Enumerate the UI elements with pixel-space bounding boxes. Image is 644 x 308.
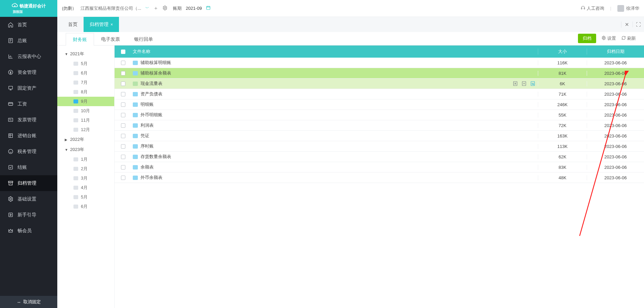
svg-point-11: [164, 7, 166, 8]
file-name: 资产负债表: [141, 91, 162, 97]
table-row[interactable]: 凭证163K2023-06-06: [115, 131, 644, 141]
file-date: 2023-06-06: [587, 123, 644, 128]
excel-download-icon[interactable]: [512, 81, 518, 87]
sidebar-item-vip[interactable]: 畅会员: [0, 223, 57, 239]
table-row[interactable]: 外币余额表48K2023-06-06: [115, 173, 644, 183]
table-row[interactable]: 辅助核算余额表81K2023-06-06: [115, 68, 644, 79]
tab-归档管理[interactable]: 归档管理×: [84, 17, 119, 32]
tree-month[interactable]: 8月: [57, 87, 114, 97]
table-row[interactable]: 外币明细账55K2023-06-06: [115, 110, 644, 120]
archive-button[interactable]: 归档: [578, 34, 596, 43]
sidebar-item-asset[interactable]: 固定资产: [0, 80, 57, 96]
tab-首页[interactable]: 首页: [62, 17, 84, 32]
tree-month[interactable]: 3月: [57, 174, 114, 183]
chevron-down-icon[interactable]: ﹀: [145, 5, 149, 11]
sidebar-item-inventory[interactable]: 进销台账: [0, 128, 57, 144]
table-header: 文件名称 大小 归档日期: [115, 45, 644, 58]
tree-year[interactable]: ▼2021年: [57, 49, 114, 59]
chevron-right-icon: ▶: [65, 138, 68, 142]
subtab-财务账[interactable]: 财务账: [66, 33, 94, 45]
page-tabs: 首页归档管理× ✕ ⛶: [57, 17, 644, 32]
tree-month[interactable]: 1月: [57, 155, 114, 164]
sidebar-item-label: 税务管理: [18, 149, 36, 155]
row-checkbox[interactable]: [121, 102, 125, 107]
vip-icon: [7, 228, 13, 234]
file-date: 2023-06-06: [587, 175, 644, 180]
sidebar-item-label: 首页: [18, 22, 27, 28]
money-icon: [7, 69, 13, 75]
table-row[interactable]: 存货数量余额表62K2023-06-06: [115, 152, 644, 162]
sidebar-item-guide[interactable]: 新手引导: [0, 207, 57, 223]
row-checkbox[interactable]: [121, 71, 125, 75]
folder-icon: [133, 123, 138, 128]
col-date: 归档日期: [587, 49, 644, 55]
close-icon: [7, 164, 13, 171]
svg-rect-0: [8, 38, 12, 43]
refresh-link[interactable]: 刷新: [621, 35, 636, 41]
row-checkbox[interactable]: [121, 92, 125, 96]
tree-month[interactable]: 7月: [57, 78, 114, 87]
row-checkbox[interactable]: [121, 113, 125, 117]
folder-icon: [133, 113, 138, 117]
table-row[interactable]: 利润表72K2023-06-06: [115, 120, 644, 131]
table-row[interactable]: 现金流量表6K2023-06-06: [115, 79, 644, 89]
select-all-checkbox[interactable]: [121, 50, 125, 54]
row-checkbox[interactable]: [121, 82, 125, 86]
row-checkbox[interactable]: [121, 144, 125, 149]
tree-month[interactable]: 11月: [57, 116, 114, 125]
tree-month[interactable]: 6月: [57, 68, 114, 78]
user-menu[interactable]: 徐泽华: [617, 5, 639, 12]
tree-month[interactable]: 12月: [57, 125, 114, 134]
sidebar-item-money[interactable]: 资金管理: [0, 64, 57, 80]
close-icon[interactable]: ×: [111, 22, 113, 27]
row-checkbox[interactable]: [121, 134, 125, 138]
sidebar-item-label: 资金管理: [18, 69, 36, 75]
subtab-银行回单[interactable]: 银行回单: [127, 33, 160, 45]
company-selector[interactable]: 江西服宝精品有限责任公司（...: [81, 5, 141, 11]
sidebar-item-gear[interactable]: 基础设置: [0, 191, 57, 207]
tree-month[interactable]: 10月: [57, 106, 114, 116]
pdf-download-icon[interactable]: [521, 81, 527, 87]
add-company-button[interactable]: ＋: [153, 5, 158, 11]
company-settings-button[interactable]: [162, 5, 167, 11]
tree-month[interactable]: 6月: [57, 202, 114, 211]
tree-year[interactable]: ▶2022年: [57, 134, 114, 145]
sidebar-item-ledger[interactable]: 总账: [0, 33, 57, 49]
subtab-电子发票[interactable]: 电子发票: [94, 33, 127, 45]
sidebar-item-home[interactable]: 首页: [0, 17, 57, 33]
table-row[interactable]: 辅助核算明细账116K2023-06-06: [115, 58, 644, 68]
table-row[interactable]: 余额表83K2023-06-06: [115, 162, 644, 173]
tree-month[interactable]: 2月: [57, 164, 114, 174]
row-checkbox[interactable]: [121, 123, 125, 128]
table-row[interactable]: 明细账246K2023-06-06: [115, 99, 644, 110]
table-row[interactable]: 资产负债表71K2023-06-06: [115, 89, 644, 99]
calendar-icon[interactable]: [206, 5, 211, 11]
tree-month[interactable]: 5月: [57, 192, 114, 202]
col-size: 大小: [538, 49, 587, 55]
row-checkbox[interactable]: [121, 61, 125, 65]
chevron-down-icon: ▼: [65, 148, 68, 152]
table-row[interactable]: 序时账113K2023-06-06: [115, 141, 644, 152]
period-value[interactable]: 2021-09: [186, 6, 202, 11]
tree-year[interactable]: ▼2023年: [57, 145, 114, 155]
sidebar-item-salary[interactable]: 工资: [0, 96, 57, 112]
close-panel-button[interactable]: ✕: [621, 22, 633, 28]
sidebar-item-archive[interactable]: 归档管理: [0, 175, 57, 191]
settings-link[interactable]: 设置: [602, 35, 616, 41]
row-checkbox[interactable]: [121, 155, 125, 159]
folder-icon: [73, 99, 78, 103]
pdf-view-icon[interactable]: [530, 81, 536, 87]
row-checkbox[interactable]: [121, 165, 125, 170]
unpin-sidebar-button[interactable]: ↔ 取消固定: [0, 296, 57, 308]
tree-month[interactable]: 4月: [57, 183, 114, 192]
sidebar-item-tax[interactable]: 税务管理: [0, 144, 57, 159]
sidebar-item-close[interactable]: 结账: [0, 159, 57, 175]
tree-month[interactable]: 9月: [57, 97, 114, 106]
file-name: 凭证: [141, 133, 149, 139]
fullscreen-button[interactable]: ⛶: [633, 22, 644, 27]
row-checkbox[interactable]: [121, 176, 125, 180]
sidebar-item-chart[interactable]: 云报表中心: [0, 49, 57, 64]
sidebar-item-invoice[interactable]: 发票管理: [0, 112, 57, 128]
support-link[interactable]: 人工咨询: [581, 5, 604, 11]
tree-month[interactable]: 5月: [57, 59, 114, 68]
